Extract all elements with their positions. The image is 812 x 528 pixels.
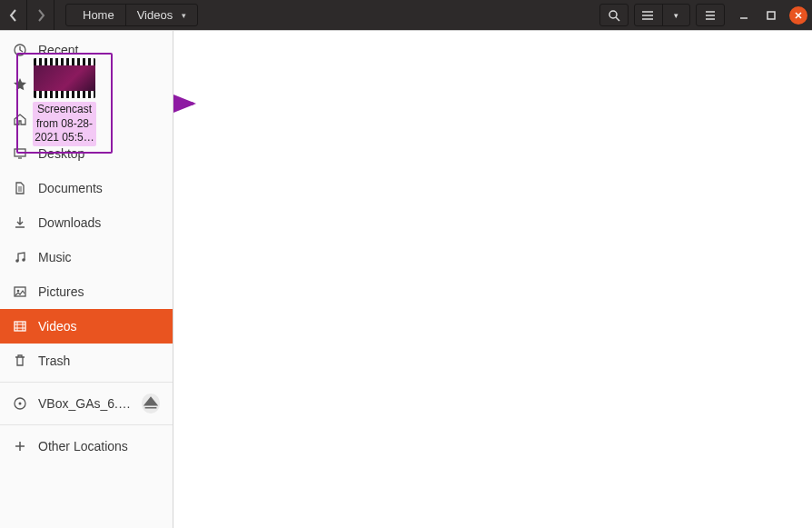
sidebar-item-downloads[interactable]: Downloads	[0, 205, 173, 240]
maximize-icon	[766, 10, 777, 21]
svg-point-0	[609, 11, 617, 18]
eject-button[interactable]	[142, 394, 160, 413]
plus-icon	[13, 439, 27, 453]
sidebar-item-music[interactable]: Music	[0, 240, 173, 274]
nav-forward-button[interactable]	[27, 0, 54, 30]
file-name-label: Screencast from 08-28- 2021 05:5…	[33, 102, 95, 146]
sidebar-item-label: Documents	[38, 181, 103, 195]
annotation-arrow	[173, 31, 812, 528]
minimize-button[interactable]	[730, 0, 758, 30]
music-icon	[13, 250, 27, 264]
video-thumbnail-icon	[34, 58, 95, 98]
sidebar-item-label: Downloads	[38, 215, 101, 230]
sidebar-item-label: Pictures	[38, 284, 84, 299]
sidebar-item-label: Trash	[38, 354, 70, 368]
svg-point-4	[642, 18, 644, 20]
list-icon	[642, 9, 655, 22]
dropdown-triangle-icon: ▾	[182, 11, 186, 20]
close-icon	[789, 6, 807, 25]
svg-point-16	[19, 403, 22, 405]
eject-icon	[144, 396, 158, 411]
search-icon	[608, 9, 620, 22]
sidebar-item-label: Videos	[38, 319, 77, 334]
sidebar-item-videos[interactable]: Videos	[0, 309, 173, 344]
file-manager-window: Home Videos ▾ ▾	[0, 0, 812, 528]
video-icon	[13, 319, 27, 334]
file-screencast[interactable]: Screencast from 08-28- 2021 05:5…	[16, 53, 113, 154]
maximize-button[interactable]	[758, 0, 785, 30]
svg-rect-6	[767, 12, 775, 19]
trash-icon	[13, 354, 27, 368]
path-bar: Home Videos ▾	[65, 4, 198, 26]
nav-back-button[interactable]	[0, 0, 27, 30]
chevron-right-icon	[36, 9, 45, 22]
header-bar: Home Videos ▾ ▾	[0, 0, 812, 30]
chevron-left-icon	[9, 9, 18, 22]
window-body: Recent Starred Home Desktop Documents Do…	[0, 30, 812, 528]
svg-point-10	[15, 259, 19, 263]
sidebar-item-pictures[interactable]: Pictures	[0, 274, 173, 309]
path-segment-videos[interactable]: Videos ▾	[125, 5, 198, 25]
sidebar-other-locations[interactable]: Other Locations	[0, 429, 173, 463]
close-button[interactable]	[785, 0, 812, 30]
path-segment-label: Home	[83, 8, 114, 22]
sidebar-item-label: Music	[38, 250, 72, 264]
search-button[interactable]	[599, 4, 629, 26]
sidebar-item-trash[interactable]: Trash	[0, 344, 173, 378]
path-segment-home[interactable]: Home	[66, 5, 125, 25]
downloads-icon	[13, 215, 27, 230]
content-pane[interactable]: Screencast from 08-28- 2021 05:5…	[173, 31, 812, 528]
disc-icon	[13, 396, 27, 411]
documents-icon	[13, 181, 27, 195]
svg-line-1	[616, 17, 619, 21]
minimize-icon	[738, 10, 749, 21]
hamburger-menu-button[interactable]	[696, 4, 725, 26]
chevron-down-icon: ▾	[674, 11, 678, 20]
sidebar-item-label: VBox_GAs_6.…	[38, 396, 131, 411]
svg-point-13	[17, 290, 20, 293]
sidebar-mount-vbox[interactable]: VBox_GAs_6.…	[0, 386, 173, 421]
svg-rect-14	[15, 322, 25, 331]
hamburger-icon	[704, 9, 717, 22]
sidebar-item-label: Other Locations	[38, 439, 128, 453]
view-controls: ▾	[634, 4, 690, 26]
view-dropdown-button[interactable]: ▾	[662, 5, 689, 25]
path-segment-label: Videos	[137, 8, 173, 22]
pictures-icon	[13, 284, 27, 299]
svg-point-11	[22, 258, 25, 262]
svg-point-2	[642, 11, 644, 13]
sidebar-item-documents[interactable]: Documents	[0, 171, 173, 205]
svg-point-3	[642, 15, 644, 16]
list-view-button[interactable]	[635, 5, 662, 25]
